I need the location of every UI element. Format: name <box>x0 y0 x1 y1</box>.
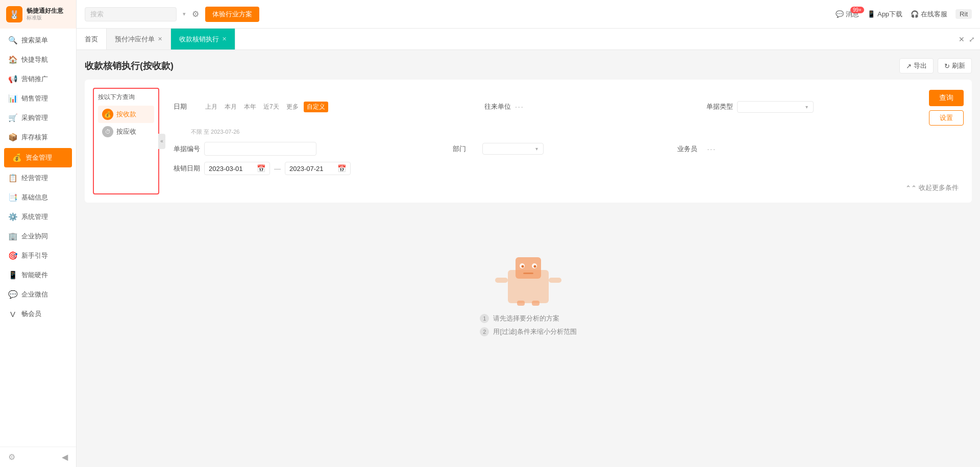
calendar-end-icon[interactable]: 📅 <box>337 164 346 173</box>
search-placeholder: 搜索 <box>90 10 104 19</box>
user-profile[interactable]: Rit <box>955 9 972 19</box>
collapse-sidebar-icon[interactable]: ◀ <box>62 452 68 462</box>
sidebar-item-label: 资金管理 <box>26 153 52 162</box>
filter-row-3: 核销日期 📅 — 📅 <box>174 162 964 175</box>
query-type-by-receivable[interactable]: ⏱ 按应收 <box>98 123 154 140</box>
logo-subtitle: 标准版 <box>27 14 63 21</box>
tab-receipt-offset[interactable]: 收款核销执行 ✕ <box>171 29 235 50</box>
guide-icon: 🎯 <box>8 251 17 260</box>
search-box[interactable]: 搜索 <box>85 7 177 21</box>
sidebar-item-label: 经营管理 <box>21 174 48 183</box>
hardware-icon: 📱 <box>8 271 17 280</box>
settings-bottom-icon[interactable]: ⚙ <box>8 452 15 462</box>
date-shortcut-last-month[interactable]: 上月 <box>203 102 219 112</box>
tab-receipt-close-icon[interactable]: ✕ <box>222 36 227 42</box>
sidebar-item-label: 企业微信 <box>21 290 48 299</box>
export-icon: ↗ <box>906 62 912 70</box>
mobile-icon: 📱 <box>867 10 875 18</box>
sidebar-item-enterprise-collab[interactable]: 🏢 企业协同 <box>0 227 76 246</box>
salesperson-label: 业务员 <box>677 144 703 154</box>
marketing-icon: 📢 <box>8 75 17 84</box>
calendar-start-icon[interactable]: 📅 <box>257 164 265 173</box>
svg-point-4 <box>522 265 524 268</box>
close-window-icon[interactable]: ✕ <box>959 35 965 43</box>
sidebar-item-marketing[interactable]: 📢 营销推广 <box>0 69 76 89</box>
settings-icon[interactable]: ⚙ <box>192 9 199 19</box>
sidebar-item-guide[interactable]: 🎯 新手引导 <box>0 246 76 265</box>
query-button[interactable]: 查询 <box>929 90 964 106</box>
voucher-type-select[interactable]: ▾ <box>737 101 814 113</box>
finance-icon: 💰 <box>12 153 21 162</box>
writeoff-date-label: 核销日期 <box>174 164 200 173</box>
page-header-actions: ↗ 导出 ↻ 刷新 <box>899 58 972 73</box>
tab-prepay-offset[interactable]: 预付冲应付单 ✕ <box>107 29 171 50</box>
sidebar-item-inventory[interactable]: 📦 库存核算 <box>0 128 76 147</box>
date-shortcut-this-year[interactable]: 本年 <box>242 102 258 112</box>
sidebar-item-label: 采购管理 <box>21 113 48 122</box>
date-shortcut-7days[interactable]: 近7天 <box>261 102 281 112</box>
home-tab-label: 首页 <box>85 35 98 44</box>
system-icon: ⚙️ <box>8 212 17 222</box>
dropdown-arrow-icon[interactable]: ▾ <box>183 11 186 17</box>
sidebar-item-label: 销售管理 <box>21 94 48 103</box>
writeoff-end-date-input[interactable] <box>289 165 335 173</box>
filter-actions: 查询 设置 <box>929 88 964 126</box>
date-shortcuts: 上月 本月 本年 近7天 更多 自定义 <box>203 102 328 112</box>
salesperson-dots[interactable]: ··· <box>707 145 716 153</box>
sidebar-item-label: 智能硬件 <box>21 271 48 280</box>
purchase-icon: 🛒 <box>8 113 17 122</box>
partner-dots[interactable]: ··· <box>515 103 524 111</box>
sidebar-item-operations[interactable]: 📋 经营管理 <box>0 168 76 188</box>
dept-filter-item: 部门 ▾ <box>453 143 670 155</box>
filter-row-1: 日期 上月 本月 本年 近7天 更多 自定义 往来单位 ··· <box>174 88 964 126</box>
sidebar-item-basic-info[interactable]: 📑 基础信息 <box>0 188 76 207</box>
empty-text: 1 请先选择要分析的方案 2 用[过滤]条件来缩小分析范围 <box>480 314 576 336</box>
sidebar-item-purchase[interactable]: 🛒 采购管理 <box>0 108 76 128</box>
sidebar-item-vip[interactable]: V 畅会员 <box>0 304 76 324</box>
collapse-conditions-btn[interactable]: ⌃⌃ 收起更多条件 <box>900 181 964 194</box>
online-service-button[interactable]: 🎧 在线客服 <box>911 10 947 19</box>
sidebar-item-label: 搜索菜单 <box>21 36 48 45</box>
sidebar-item-finance[interactable]: 💰 资金管理 <box>4 148 72 167</box>
date-shortcut-custom[interactable]: 自定义 <box>304 102 328 112</box>
query-type-by-receipt[interactable]: 💰 按收款 <box>98 106 154 123</box>
sidebar-item-sales[interactable]: 📊 销售管理 <box>0 89 76 108</box>
export-button[interactable]: ↗ 导出 <box>899 58 934 73</box>
tab-prepay-close-icon[interactable]: ✕ <box>158 36 162 42</box>
tab-home[interactable]: 首页 <box>77 29 107 50</box>
industry-btn[interactable]: 体验行业方案 <box>205 7 259 22</box>
sidebar-item-smart-hardware[interactable]: 📱 智能硬件 <box>0 265 76 285</box>
message-button[interactable]: 💬 消息 99+ <box>836 10 859 19</box>
sales-icon: 📊 <box>8 94 17 103</box>
voucher-no-filter-item: 单据编号 <box>174 142 445 156</box>
app-download-button[interactable]: 📱 App下载 <box>867 10 902 19</box>
sidebar-item-system[interactable]: ⚙️ 系统管理 <box>0 207 76 227</box>
voucher-no-label: 单据编号 <box>174 144 200 154</box>
basic-info-icon: 📑 <box>8 193 17 202</box>
svg-rect-6 <box>523 273 533 274</box>
voucher-no-input[interactable] <box>204 142 316 156</box>
hint-number-2: 2 <box>480 327 489 336</box>
refresh-button[interactable]: ↻ 刷新 <box>938 58 972 73</box>
date-shortcut-this-month[interactable]: 本月 <box>223 102 239 112</box>
message-icon: 💬 <box>836 10 844 18</box>
writeoff-start-date-input[interactable] <box>209 165 255 173</box>
partner-filter-item: 往来单位 ··· <box>484 102 699 111</box>
dept-select[interactable]: ▾ <box>482 143 544 155</box>
date-shortcut-more[interactable]: 更多 <box>284 102 301 112</box>
date-hint: 不限 至 2023-07-26 <box>191 129 239 135</box>
collapse-query-type-btn[interactable]: « <box>158 134 165 149</box>
date-range-row: 📅 — 📅 <box>204 162 351 175</box>
sidebar-item-enterprise-wechat[interactable]: 💬 企业微信 <box>0 285 76 304</box>
voucher-type-filter-item: 单据类型 ▾ <box>706 101 921 113</box>
prepay-tab-label: 预付冲应付单 <box>115 35 155 44</box>
logo-icon: 🐰 <box>6 6 22 22</box>
maximize-icon[interactable]: ⤢ <box>969 35 975 43</box>
sidebar-item-quick-nav[interactable]: 🏠 快捷导航 <box>0 50 76 69</box>
salesperson-filter-item: 业务员 ··· <box>677 144 894 154</box>
settings-button[interactable]: 设置 <box>929 110 964 126</box>
logo-title: 畅捷通好生意 <box>27 7 63 14</box>
empty-hint-1: 1 请先选择要分析的方案 <box>480 314 559 323</box>
sidebar-item-search-menu[interactable]: 🔍 搜索菜单 <box>0 31 76 50</box>
receivable-type-icon: ⏱ <box>102 126 113 137</box>
